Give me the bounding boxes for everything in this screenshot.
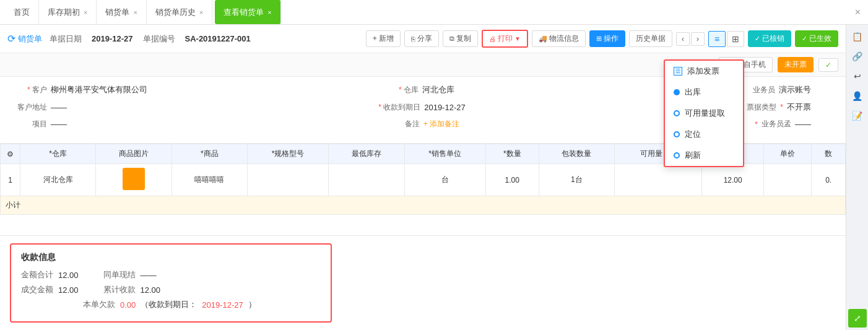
customer-label: 客户: [10, 85, 47, 95]
same-order-label: 同单现结: [103, 269, 136, 280]
add-invoice-item[interactable]: ☰ 添加发票: [665, 61, 743, 82]
th-qty: *数量: [485, 144, 539, 164]
locate-label: 定位: [685, 129, 701, 140]
view-grid-button[interactable]: ⊞: [727, 31, 744, 47]
due-date-receipt: 2019-12-27: [202, 300, 243, 310]
out-warehouse-label: 出库: [685, 87, 701, 98]
add-invoice-icon: ☰: [674, 67, 682, 76]
right-panel: 📋 🔗 ↩ 👤 📝 ⤢: [846, 25, 868, 330]
row-min-stock: [329, 164, 404, 196]
locate-item[interactable]: 定位: [665, 124, 743, 145]
notes-label: 备注: [383, 119, 420, 129]
tab-close-view[interactable]: ×: [267, 9, 271, 16]
row-amount: 0.: [812, 164, 846, 196]
tab-sales-history[interactable]: 销货单历史 ×: [147, 0, 212, 24]
right-btn-4[interactable]: 👤: [848, 87, 867, 105]
expand-button[interactable]: ⤢: [848, 309, 867, 328]
product-thumbnail: [123, 168, 145, 190]
tab-home[interactable]: 首页: [5, 0, 39, 24]
not-open-button[interactable]: 未开票: [778, 57, 814, 72]
available-extract-label: 可用量提取: [685, 108, 725, 119]
subtotal-row: 小计: [1, 196, 846, 215]
row-warehouse: 河北仓库: [20, 164, 96, 196]
due-label: 本单欠款: [83, 299, 115, 310]
add-notes-button[interactable]: + 添加备注: [423, 119, 459, 129]
right-btn-5[interactable]: 📝: [848, 106, 867, 125]
right-btn-2[interactable]: 🔗: [848, 47, 867, 66]
right-btn-1[interactable]: 📋: [848, 27, 867, 46]
address-label: 客户地址: [10, 102, 47, 113]
toolbar-right: + 新增 ⎘ 分享 ⧉ 复制 🖨 打印 ▼ 🚚 物流信息: [366, 30, 838, 48]
th-price: 单价: [764, 144, 812, 164]
due-date-label: 收款到期日: [378, 102, 420, 113]
project-value: ——: [51, 119, 100, 129]
ticket-value: 不开票: [787, 102, 811, 113]
tab-close-history[interactable]: ×: [199, 9, 203, 16]
copy-button[interactable]: ⧉ 复制: [443, 30, 478, 47]
nav-arrows: ‹ ›: [676, 32, 705, 46]
doc-date-label: 单据日期: [50, 33, 82, 45]
due-note: （收款到期日：: [141, 299, 197, 310]
row-qty: 1.00: [485, 164, 539, 196]
cumulative-field: 累计收款 12.00: [103, 284, 161, 295]
tab-stock-init[interactable]: 库存期初 ×: [39, 0, 97, 24]
row-no: 1: [1, 164, 20, 196]
right-btn-3[interactable]: ↩: [848, 67, 867, 85]
customer-field: 客户 柳州粤港平安气体有限公司: [10, 84, 381, 95]
transaction-value: 12.00: [58, 285, 79, 295]
share-button[interactable]: ⎘ 分享: [404, 30, 439, 47]
window-close-button[interactable]: ×: [855, 7, 861, 18]
th-settings[interactable]: ⚙: [1, 144, 20, 164]
row-product: 嘻嘻嘻嘻: [171, 164, 247, 196]
th-warehouse: *仓库: [20, 144, 96, 164]
effective-button[interactable]: ✓ 已生效: [795, 30, 838, 47]
nav-prev-button[interactable]: ‹: [676, 32, 690, 46]
available-extract-item[interactable]: 可用量提取: [665, 103, 743, 124]
receipt-title: 收款信息: [21, 252, 321, 263]
same-order-field: 同单现结 ——: [103, 269, 157, 280]
history-button[interactable]: 历史单据: [629, 30, 672, 47]
row-available: [615, 164, 702, 196]
doc-meta: 单据日期 2019-12-27 单据编号 SA-20191227-001: [50, 33, 358, 45]
operations-dropdown: ☰ 添加发票 出库 可用量提取 定位 刷新: [664, 59, 744, 167]
th-spec: *规格型号: [248, 144, 329, 164]
view-toggle: ≡ ⊞: [708, 31, 744, 47]
print-button[interactable]: 🖨 打印 ▼: [482, 30, 528, 48]
confirm-button[interactable]: ✓: [818, 58, 838, 72]
op-button[interactable]: ⊞ 操作: [589, 30, 625, 47]
row-price: [764, 164, 812, 196]
available-extract-icon: [674, 110, 680, 116]
receipt-row-1: 金额合计 12.00 同单现结 ——: [21, 269, 321, 280]
tab-view-sales[interactable]: 查看销货单 ×: [215, 0, 280, 24]
ticket-label: 票据类型: [747, 102, 776, 113]
row-pack-qty: 1台: [539, 164, 614, 196]
subtotal-label: 小计: [1, 196, 846, 215]
logistics-button[interactable]: 🚚 物流信息: [532, 30, 586, 47]
transaction-label: 成交金额: [21, 284, 53, 295]
out-warehouse-item[interactable]: 出库: [665, 82, 743, 103]
project-field: 项目 ——: [10, 119, 383, 129]
tab-sales-order[interactable]: 销货单 ×: [97, 0, 146, 24]
tab-close-sales[interactable]: ×: [133, 9, 137, 16]
doc-type-icon: ⟳: [7, 33, 15, 45]
refresh-item[interactable]: 刷新: [665, 145, 743, 166]
sales-staff-value: ——: [795, 119, 811, 129]
doc-header: ⟳ 销货单 单据日期 2019-12-27 单据编号 SA-20191227-0…: [0, 25, 846, 53]
warehouse-label: 仓库: [381, 85, 419, 95]
table-row: 1 河北仓库 嘻嘻嘻嘻 台 1.00 1台 12.00: [1, 164, 846, 196]
th-img: 商品图片: [96, 144, 171, 164]
out-warehouse-icon: [674, 89, 680, 95]
view-list-button[interactable]: ≡: [708, 31, 726, 47]
th-unit: *销售单位: [404, 144, 485, 164]
tab-close-stock[interactable]: ×: [84, 9, 87, 16]
doc-date-value: 2019-12-27: [92, 34, 133, 43]
new-button[interactable]: + 新增: [366, 30, 401, 47]
th-min-stock: 最低库存: [329, 144, 404, 164]
sold-out-button[interactable]: ✓ 已核销: [748, 30, 791, 47]
due-note-end: ）: [248, 299, 256, 310]
row-spec: [248, 164, 329, 196]
nav-next-button[interactable]: ›: [691, 32, 705, 46]
receipt-row-2: 成交金额 12.00 累计收款 12.00: [21, 284, 321, 295]
refresh-icon: [674, 152, 680, 158]
total-amount-value: 12.00: [58, 271, 79, 280]
